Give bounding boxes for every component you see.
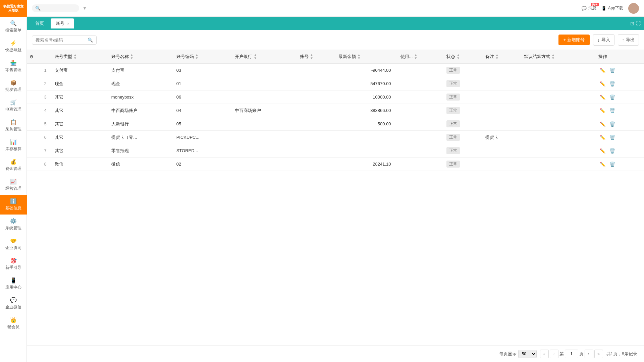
message-icon: 💬 — [582, 6, 587, 11]
remark-header[interactable]: 备注 ▲▼ — [483, 50, 521, 64]
sidebar-item-wholesale-mgmt[interactable]: 📦 批发管理 — [0, 76, 27, 96]
page-total: 共1页，8条记录 — [606, 351, 637, 357]
app-download-button[interactable]: 📱 App下载 — [601, 5, 623, 11]
row-settings-7 — [27, 158, 39, 171]
usage-header[interactable]: 使用... ▲▼ — [398, 50, 444, 64]
sidebar-item-operations-mgmt[interactable]: 📈 经营管理 — [0, 175, 27, 195]
balance-header[interactable]: 最新余额 ▲▼ — [336, 50, 397, 64]
sidebar-label-enterprise-wechat: 企业微信 — [5, 304, 21, 310]
sidebar-item-new-guide[interactable]: 🎯 新手引导 — [0, 254, 27, 274]
import-button[interactable]: ↓ 导入 — [593, 34, 614, 46]
sidebar-item-purchase-mgmt[interactable]: 📋 采购管理 — [0, 116, 27, 135]
name-header[interactable]: 账号名称 ▲▼ — [109, 50, 174, 64]
row-actions-2: ✏️ 🗑️ — [596, 90, 644, 104]
bank-header[interactable]: 开户银行 ▲▼ — [232, 50, 297, 64]
edit-button-4[interactable]: ✏️ — [598, 121, 607, 127]
table-header-row: ⚙ 账号类型 ▲▼ 账号名称 ▲▼ — [27, 50, 644, 64]
delete-button-4[interactable]: 🗑️ — [608, 121, 616, 127]
row-remark-2 — [483, 90, 521, 104]
edit-button-5[interactable]: ✏️ — [598, 134, 607, 141]
row-settings-5 — [27, 131, 39, 144]
row-default-settlement-5 — [521, 131, 596, 144]
tab-account[interactable]: 账号 × — [51, 18, 74, 28]
page-input[interactable] — [565, 350, 578, 358]
edit-button-3[interactable]: ✏️ — [598, 107, 607, 114]
sidebar-item-inventory[interactable]: 📊 库存核算 — [0, 135, 27, 155]
row-type-5: 其它 — [52, 131, 109, 144]
row-account-0 — [297, 64, 336, 77]
row-usage-0 — [398, 64, 444, 77]
sidebar-item-enterprise-agreement[interactable]: 🤝 企业协同 — [0, 234, 27, 254]
edit-button-7[interactable]: ✏️ — [598, 161, 607, 168]
code-header[interactable]: 账号编码 ▲▼ — [174, 50, 232, 64]
content-area: 🔍 + 新增账号 ↓ 导入 ↑ 导出 — [27, 30, 644, 362]
row-code-5: PICKUPC... — [174, 131, 232, 144]
delete-button-1[interactable]: 🗑️ — [608, 80, 616, 87]
search-input[interactable] — [36, 38, 86, 43]
topbar-right: 💬 消息 99+ 📱 App下载 — [582, 3, 639, 14]
topbar-search-input[interactable] — [42, 6, 76, 11]
expand-icon[interactable]: ⛶ — [636, 21, 641, 26]
row-num-7: 8 — [39, 158, 52, 171]
first-page-button[interactable]: « — [540, 350, 549, 358]
sidebar-label-finance-mgmt: 资金管理 — [5, 166, 21, 172]
settings-header[interactable]: ⚙ — [27, 50, 39, 64]
delete-button-6[interactable]: 🗑️ — [608, 147, 616, 154]
sidebar-item-quick-nav[interactable]: ⚡ 快捷导航 — [0, 37, 27, 56]
account-header[interactable]: 账号 ▲▼ — [297, 50, 336, 64]
row-status-1: 正常 — [444, 77, 482, 90]
delete-button-2[interactable]: 🗑️ — [608, 94, 616, 101]
minimize-icon[interactable]: ⊡ — [630, 21, 634, 26]
sidebar-item-finance-mgmt[interactable]: 💰 资金管理 — [0, 155, 27, 175]
tab-home[interactable]: 首页 — [30, 18, 49, 28]
user-avatar[interactable] — [628, 3, 639, 14]
delete-button-7[interactable]: 🗑️ — [608, 161, 616, 168]
edit-button-6[interactable]: ✏️ — [598, 147, 607, 154]
row-balance-1: 547670.00 — [336, 77, 397, 90]
purchase-mgmt-icon: 📋 — [10, 119, 17, 125]
tab-account-label: 账号 — [56, 20, 64, 26]
message-button[interactable]: 💬 消息 99+ — [582, 5, 596, 11]
page-size-select[interactable]: 50 100 200 — [518, 350, 537, 358]
row-settings-4 — [27, 117, 39, 131]
sidebar-item-retail-mgmt[interactable]: 🏪 零售管理 — [0, 56, 27, 76]
delete-button-5[interactable]: 🗑️ — [608, 134, 616, 141]
status-badge-7: 正常 — [446, 161, 460, 168]
sidebar-item-members[interactable]: 👑 畅会员 — [0, 313, 27, 333]
sidebar-item-search-menu[interactable]: 🔍 搜索菜单 — [0, 17, 27, 37]
tab-close-icon[interactable]: × — [67, 21, 69, 25]
sidebar-item-enterprise-wechat[interactable]: 💬 企业微信 — [0, 294, 27, 313]
sidebar-label-purchase-mgmt: 采购管理 — [5, 126, 21, 132]
sidebar-item-app-center[interactable]: 📱 应用中心 — [0, 274, 27, 294]
type-header[interactable]: 账号类型 ▲▼ — [52, 50, 109, 64]
edit-button-2[interactable]: ✏️ — [598, 94, 607, 101]
table-row: 3 其它 moneybosx 06 10000.00 正常 ✏️ 🗑️ — [27, 90, 644, 104]
delete-button-0[interactable]: 🗑️ — [608, 67, 616, 74]
add-account-button[interactable]: + 新增账号 — [558, 35, 590, 45]
search-box[interactable]: 🔍 — [32, 36, 97, 45]
search-submit-icon[interactable]: 🔍 — [88, 38, 93, 43]
sidebar-label-search-menu: 搜索菜单 — [5, 27, 21, 33]
topbar-left: 🔍 ▼ — [32, 4, 87, 12]
export-button[interactable]: ↑ 导出 — [618, 34, 639, 46]
default-settlement-header[interactable]: 默认结算方式 ▲▼ — [521, 50, 596, 64]
edit-button-0[interactable]: ✏️ — [598, 67, 607, 74]
status-header[interactable]: 状态 ▲▼ — [444, 50, 482, 64]
dropdown-icon[interactable]: ▼ — [83, 6, 87, 11]
topbar-search-box[interactable]: 🔍 — [32, 4, 79, 12]
row-actions-4: ✏️ 🗑️ — [596, 117, 644, 131]
row-code-1: 01 — [174, 77, 232, 90]
sidebar-item-system-mgmt[interactable]: ⚙️ 系统管理 — [0, 215, 27, 234]
next-page-button[interactable]: › — [585, 350, 593, 358]
edit-button-1[interactable]: ✏️ — [598, 80, 607, 87]
delete-button-3[interactable]: 🗑️ — [608, 107, 616, 114]
prev-page-button[interactable]: ‹ — [550, 350, 558, 358]
sidebar-item-basic-info[interactable]: ℹ️ 基础信息 — [0, 195, 27, 215]
row-status-3: 正常 — [444, 104, 482, 117]
last-page-button[interactable]: » — [594, 350, 603, 358]
row-balance-6 — [336, 144, 397, 158]
app-download-label: App下载 — [608, 5, 623, 11]
row-name-2: moneybosx — [109, 90, 174, 104]
table-row: 7 其它 零售抵现 STORED... 正常 ✏️ 🗑️ — [27, 144, 644, 158]
sidebar-item-ecommerce-mgmt[interactable]: 🛒 电商管理 — [0, 96, 27, 116]
